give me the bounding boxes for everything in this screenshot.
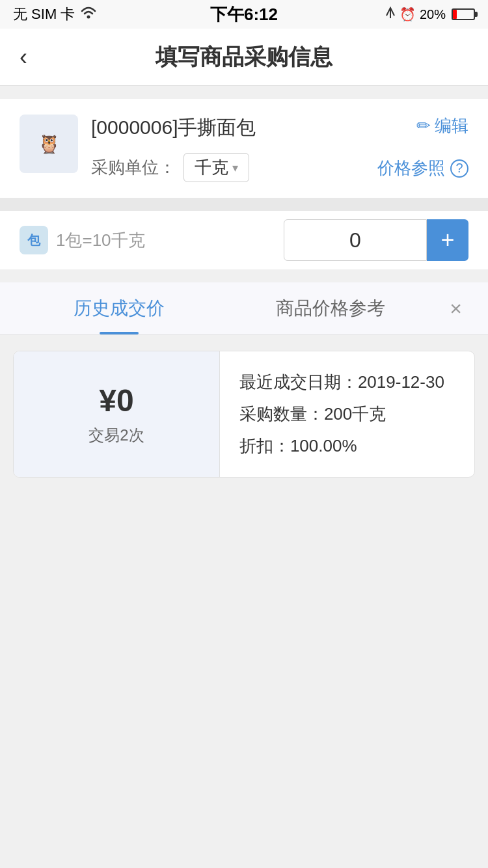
tab-header: 历史成交价 商品价格参考 × (0, 282, 488, 334)
location-icon (385, 7, 396, 23)
status-time: 下午6:12 (210, 3, 278, 26)
status-right: ⏰ 20% (385, 7, 475, 23)
price-ref-button[interactable]: 价格参照 ? (377, 157, 468, 180)
product-actions: ✏ 编辑 价格参照 ? (377, 115, 468, 180)
quantity-unit-icon: 包 (20, 226, 48, 254)
quantity-conversion: 1包=10千克 (56, 229, 145, 252)
main-content: 历史成交价 商品价格参考 × ¥0 交易2次 最近成交日期：2019-12-30… (0, 282, 488, 673)
battery-icon (450, 8, 475, 20)
status-bar: 无 SIM 卡 下午6:12 ⏰ 20% (0, 0, 488, 29)
edit-icon: ✏ (416, 116, 431, 136)
page-title: 填写商品采购信息 (156, 42, 332, 72)
battery-percent: 20% (420, 7, 446, 22)
product-card: 🦉 [0000006]手撕面包 采购单位： 千克 ▾ ✏ 编辑 (0, 99, 488, 198)
tab-close-button[interactable]: × (437, 290, 475, 327)
wifi-icon (80, 6, 97, 23)
history-detail-panel: 最近成交日期：2019-12-30 采购数量：200千克 折扣：100.00% (220, 351, 474, 477)
alarm-icon: ⏰ (400, 7, 416, 22)
product-info: [0000006]手撕面包 采购单位： 千克 ▾ (91, 115, 256, 182)
purchase-quantity-row: 采购数量：200千克 (239, 403, 455, 426)
unit-value: 千克 (195, 156, 228, 179)
discount-row: 折扣：100.00% (239, 435, 455, 457)
product-unit-row: 采购单位： 千克 ▾ (91, 153, 256, 182)
price-ref-help-icon: ? (450, 159, 468, 178)
tab-history-price[interactable]: 历史成交价 (13, 282, 225, 334)
product-left: 🦉 [0000006]手撕面包 采购单位： 千克 ▾ (20, 115, 256, 182)
tab-active-underline (100, 332, 139, 334)
svg-point-0 (87, 16, 90, 19)
unit-label: 采购单位： (91, 156, 176, 179)
back-button[interactable]: ‹ (20, 44, 27, 71)
edit-button[interactable]: ✏ 编辑 (416, 115, 468, 137)
product-top-row: 🦉 [0000006]手撕面包 采购单位： 千克 ▾ ✏ 编辑 (20, 115, 468, 182)
product-name: [0000006]手撕面包 (91, 115, 256, 141)
product-thumb-icon: 🦉 (38, 133, 61, 155)
quantity-label-group: 包 1包=10千克 (20, 226, 145, 254)
tab-product-price-ref[interactable]: 商品价格参考 (225, 282, 437, 334)
recent-date-row: 最近成交日期：2019-12-30 (239, 371, 455, 394)
history-price-panel: ¥0 交易2次 (14, 351, 220, 477)
quantity-input-group: 0 + (284, 219, 468, 261)
history-card: ¥0 交易2次 最近成交日期：2019-12-30 采购数量：200千克 折扣：… (13, 351, 475, 478)
history-trades-count: 交易2次 (88, 425, 144, 446)
quantity-plus-button[interactable]: + (427, 219, 468, 261)
product-thumbnail: 🦉 (20, 115, 78, 173)
tab-area: 历史成交价 商品价格参考 × (0, 282, 488, 335)
nav-header: ‹ 填写商品采购信息 (0, 29, 488, 86)
quantity-input[interactable]: 0 (284, 219, 427, 261)
quantity-row: 包 1包=10千克 0 + (0, 211, 488, 269)
section-divider (0, 198, 488, 211)
unit-select-button[interactable]: 千克 ▾ (183, 153, 249, 182)
sim-status: 无 SIM 卡 (13, 5, 75, 24)
history-price-value: ¥0 (99, 383, 133, 418)
status-left: 无 SIM 卡 (13, 5, 97, 24)
unit-arrow-icon: ▾ (232, 161, 238, 175)
